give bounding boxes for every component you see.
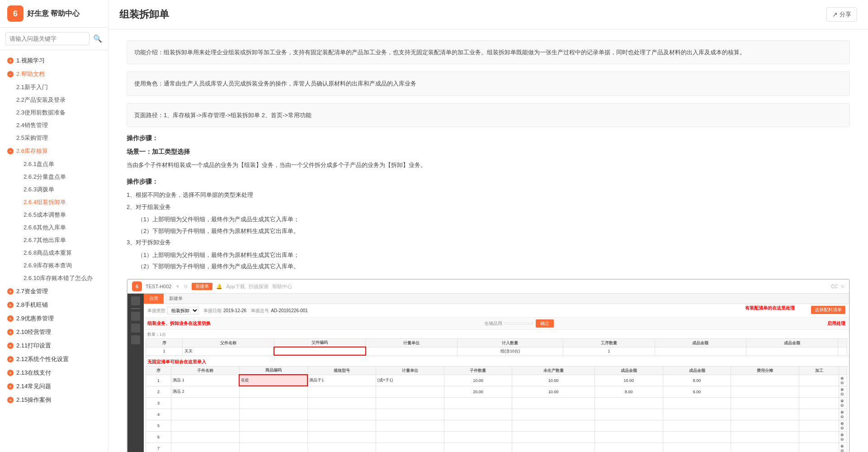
ops-sub-title: 操作步骤：: [127, 178, 850, 186]
sidebar-item-cases[interactable]: + 2.15操作案例: [0, 393, 108, 407]
expand-icon-7: +: [7, 343, 14, 349]
sidebar-item-account-err[interactable]: 2.6.10库存账本错了怎么办: [0, 272, 108, 285]
screenshot-tab-2: 新建单: [164, 294, 188, 304]
screenshot-confirm-btn: 确定: [536, 319, 554, 328]
sidebar-item-label: 1.视频学习: [16, 57, 45, 65]
sidebar-item-new-user[interactable]: 2.1新手入门: [0, 81, 108, 94]
screenshot-company: TEST-H002: [146, 284, 171, 289]
screenshot-tab-active: 自营: [144, 294, 164, 304]
sidebar-item-data-prep[interactable]: 2.3使用前数据准备: [0, 106, 108, 119]
collapse-icon-2: −: [7, 148, 14, 154]
expand-icon-4: +: [7, 302, 14, 308]
sidebar-item-other-out[interactable]: 2.6.7其他出库单: [0, 234, 108, 247]
expand-icon: +: [7, 57, 14, 64]
annotation-1: 有装配清单的在这里处理: [745, 305, 795, 311]
step-3-sub1: （1）上部明细为父件明细，最终作为原材料生成其它出库单；: [127, 250, 850, 260]
table-row: 3: [146, 397, 847, 409]
screenshot-bom-btn: 选择配料清单: [811, 306, 845, 314]
sidebar-logo: 6 好生意 帮助中心: [0, 0, 108, 28]
share-button[interactable]: ↗ 分享: [826, 7, 857, 22]
sidebar-item-custom[interactable]: + 2.12系统个性化设置: [0, 352, 108, 366]
page-title: 组装拆卸单: [119, 8, 169, 21]
path-block: 页面路径：1、库存核算->库存管理->组装拆卸单 2、首页->常用功能: [127, 103, 850, 127]
sidebar-item-label: 2.6库存核算: [16, 147, 48, 155]
sidebar-item-stock-query[interactable]: 2.6.9库存账本查询: [0, 259, 108, 272]
step-3: 3、对于拆卸业务: [127, 237, 850, 247]
table-row: 7: [146, 442, 847, 452]
search-button[interactable]: 🔍: [91, 34, 104, 43]
annotation-3: 启用处理: [827, 320, 845, 327]
scene1-title: 场景一：加工类型选择: [127, 148, 850, 156]
screenshot-left-icons: [127, 294, 144, 452]
sidebar-item-stocktake[interactable]: 2.6.1盘点单: [0, 158, 108, 171]
sidebar-item-ops[interactable]: + 2.10经营管理: [0, 325, 108, 339]
screenshot-new-btn: 新建单: [192, 283, 212, 290]
table-row: 1 测品 1 在处 测品子1 (成+子1) 10.00 10.00 10.00: [146, 375, 847, 386]
sidebar-item-inventory[interactable]: − 2.6库存核算: [0, 144, 108, 158]
sidebar-item-purchase[interactable]: 2.5采购管理: [0, 132, 108, 144]
main-header: 组装拆卸单 ↗ 分享: [108, 0, 868, 29]
screenshot-form-header: 单据类型 组装拆卸 单据日期 2019-12-26: [144, 304, 849, 318]
expand-icon-10: +: [7, 383, 14, 390]
scene1-desc: 当由多个子件材料组装成一个成品的业务为【组装】业务，当由一个父件拆分成多个子产品…: [127, 160, 850, 170]
expand-icon-6: +: [7, 329, 14, 335]
screenshot-type-select: 组装拆卸: [167, 307, 199, 314]
sidebar-item-split-stock[interactable]: 2.6.2分量盘点单: [0, 171, 108, 183]
sidebar-item-faq[interactable]: + 2.14常见问题: [0, 380, 108, 393]
intro-block-2: 使用角色：通常由生产人员或库管人员完成拆装业务的操作，库管人员确认原材料的出库和…: [127, 71, 850, 95]
annotation-2: 组装业务、拆卸业务在这里切换: [147, 320, 211, 327]
sidebar-nav: + 1.视频学习 − 2.帮助文档 2.1新手入门 2.2产品安装及登录 2.3…: [0, 50, 108, 452]
screenshot-child-table: 无固定清单可组合在这里录入 序 子件名称 商品编码 规格型号 计量: [144, 357, 849, 452]
step-3-sub2: （2）下部明细为子件明细，最终作为产成品生成其它入库单。: [127, 261, 850, 271]
logo-icon: 6: [7, 5, 24, 22]
step-2: 2、对于组装业务: [127, 202, 850, 212]
article-inner: 功能介绍：组装拆卸单用来处理企业组装或拆卸等加工业务，支持有固定装配清单的产品加…: [108, 29, 868, 452]
share-icon: ↗: [832, 11, 838, 18]
sidebar-item-transfer[interactable]: 2.6.3调拨单: [0, 183, 108, 196]
table-row: 4: [146, 409, 847, 420]
screenshot-parent-table: 数量：1台 序 父件名称 父件编码 计量单位 计入数量: [144, 330, 849, 357]
expand-icon-11: +: [7, 397, 14, 403]
sidebar-item-cost-calc[interactable]: 2.6.8商品成本重算: [0, 247, 108, 259]
sidebar-search-area: 🔍: [0, 28, 108, 50]
intro-block-1: 功能介绍：组装拆卸单用来处理企业组装或拆卸等加工业务，支持有固定装配清单的产品加…: [127, 40, 850, 64]
step-1: 1、根据不同的业务，选择不同单据的类型来处理: [127, 190, 850, 200]
screenshot-logo: 6: [132, 281, 142, 291]
sidebar-item-install[interactable]: 2.2产品安装及登录: [0, 94, 108, 106]
ops-title: 操作步骤：: [127, 134, 850, 143]
screenshot-tabs: 自营 新建单: [144, 294, 849, 304]
sidebar-item-other-in[interactable]: 2.6.6其他入库单: [0, 221, 108, 234]
sidebar-item-coupon[interactable]: + 2.9优惠券管理: [0, 312, 108, 325]
sidebar: 6 好生意 帮助中心 🔍 + 1.视频学习 − 2.帮助文档 2.1新手入门 2…: [0, 0, 108, 452]
step-2-sub1: （1）上部明细为父件明细，最终作为产成品生成其它入库单；: [127, 214, 850, 224]
table-row: 5: [146, 420, 847, 431]
expand-icon-8: +: [7, 356, 14, 362]
table-row: 1 关关 组(含10台) 1: [146, 347, 847, 355]
article-body: 功能介绍：组装拆卸单用来处理企业组装或拆卸等加工业务，支持有固定装配清单的产品加…: [108, 29, 868, 452]
sidebar-item-mobile[interactable]: + 2.8手机旺铺: [0, 298, 108, 312]
main-content: 组装拆卸单 ↗ 分享 功能介绍：组装拆卸单用来处理企业组装或拆卸等加工业务，支持…: [108, 0, 868, 452]
table-row: 6: [146, 431, 847, 442]
collapse-icon: −: [7, 71, 14, 77]
expand-icon-5: +: [7, 315, 14, 322]
logo-text: 好生意 帮助中心: [27, 9, 80, 19]
sidebar-item-print[interactable]: + 2.11打印设置: [0, 339, 108, 352]
sidebar-item-docs[interactable]: − 2.帮助文档: [0, 67, 108, 81]
sidebar-item-sales[interactable]: 2.4销售管理: [0, 119, 108, 132]
sidebar-item-online-pay[interactable]: + 2.13在线支付: [0, 366, 108, 380]
sidebar-item-assembly[interactable]: 2.6.4组装拆卸单: [0, 196, 108, 209]
sidebar-item-capital[interactable]: + 2.7资金管理: [0, 285, 108, 298]
expand-icon-9: +: [7, 370, 14, 376]
screenshot-container: 6 TEST-H002 ▼ ⚙ 新建单 🔔 App下载 扫描探测 帮助中心 CC: [127, 279, 850, 452]
annotation-4: 无固定清单可组合在这里录入: [146, 358, 847, 366]
screenshot-processing-bar: 组装业务、拆卸业务在这里切换 仓储品用 确定 启用处理: [144, 318, 849, 330]
table-row: 2 测品 2 20.00 10.00 8.00: [146, 386, 847, 397]
sidebar-item-label: 2.帮助文档: [16, 70, 45, 78]
expand-icon-3: +: [7, 288, 14, 295]
sidebar-item-cost-adjust[interactable]: 2.6.5成本调整单: [0, 209, 108, 221]
sidebar-item-video[interactable]: + 1.视频学习: [0, 54, 108, 67]
step-2-sub2: （2）下部明细为子件明细，最终作为原材料生成其它出库单。: [127, 226, 850, 236]
search-input[interactable]: [5, 32, 90, 45]
